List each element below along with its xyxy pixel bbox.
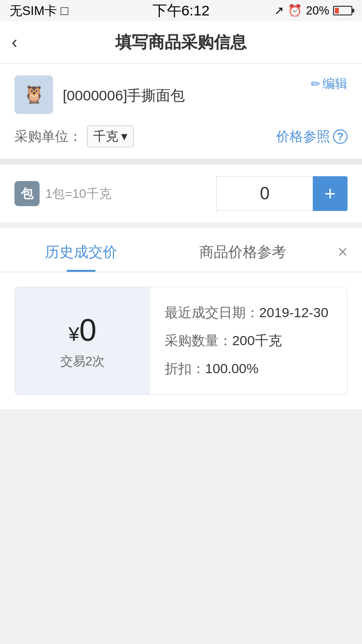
price-amount: ¥0 — [69, 312, 97, 348]
quantity-row: 包 1包=10千克 + — [0, 165, 362, 223]
price-card-right: 最近成交日期：2019-12-30 采购数量：200千克 折扣：100.00% — [150, 287, 347, 394]
purchase-qty-row: 采购数量：200千克 — [165, 331, 333, 351]
purchase-unit-label: 采购单位： — [14, 127, 82, 146]
nav-bar: ‹ 填写商品采购信息 — [0, 21, 362, 64]
unit-select-dropdown[interactable]: 千克 ▾ — [87, 126, 134, 147]
alarm-icon: ⏰ — [288, 4, 302, 17]
quantity-input-area: + — [216, 176, 348, 211]
plus-button[interactable]: + — [313, 176, 348, 211]
product-info: 🦉 [0000006]手撕面包 — [14, 75, 185, 114]
edit-button[interactable]: ✏ 编辑 — [311, 75, 348, 92]
purchase-qty-label: 采购数量： — [165, 333, 232, 348]
quantity-section: 包 1包=10千克 + — [0, 165, 362, 223]
status-bar: 无SIM卡 □ 下午6:12 ↗ ⏰ 20% — [0, 0, 362, 21]
location-icon: ↗ — [274, 4, 284, 17]
product-section: 🦉 [0000006]手撕面包 ✏ 编辑 采购单位： 千克 ▾ 价格参照 ? — [0, 64, 362, 159]
carrier-text: 无SIM卡 □ — [10, 2, 68, 19]
tabs-header: 历史成交价 商品价格参考 × — [0, 228, 362, 272]
product-header: 🦉 [0000006]手撕面包 ✏ 编辑 — [14, 75, 348, 114]
tab-product-price-ref[interactable]: 商品价格参考 — [162, 229, 323, 272]
tab-history-price-label: 历史成交价 — [45, 244, 117, 260]
bottom-area — [0, 409, 362, 644]
tab-product-price-ref-label: 商品价格参考 — [199, 244, 286, 260]
price-card: ¥0 交易2次 最近成交日期：2019-12-30 采购数量：200千克 折扣：… — [14, 287, 348, 395]
purchase-unit-row: 采购单位： 千克 ▾ 价格参照 ? — [14, 126, 348, 147]
quantity-label: 包 1包=10千克 — [14, 181, 111, 206]
price-ref-label: 价格参照 — [276, 127, 330, 146]
purchase-unit-left: 采购单位： 千克 ▾ — [14, 126, 134, 147]
unit-value: 千克 — [93, 128, 118, 145]
tabs-section: 历史成交价 商品价格参考 × ¥0 交易2次 最近成交日期：2019-12-30… — [0, 228, 362, 409]
transaction-count: 交易2次 — [60, 353, 105, 370]
edit-icon: ✏ — [311, 77, 320, 91]
unit-conversion-text: 1包=10千克 — [45, 185, 111, 202]
dropdown-arrow-icon: ▾ — [121, 129, 127, 144]
tab-history-price[interactable]: 历史成交价 — [0, 229, 162, 272]
edit-label: 编辑 — [322, 75, 348, 92]
product-name: [0000006]手撕面包 — [63, 84, 185, 106]
unit-badge: 包 — [14, 181, 40, 206]
price-cards: ¥0 交易2次 最近成交日期：2019-12-30 采购数量：200千克 折扣：… — [0, 272, 362, 409]
page-title: 填写商品采购信息 — [115, 31, 247, 54]
price-reference-button[interactable]: 价格参照 ? — [276, 127, 348, 146]
recent-date-label: 最近成交日期： — [165, 305, 259, 320]
status-indicators: ↗ ⏰ 20% — [274, 4, 352, 17]
currency-symbol: ¥ — [69, 323, 79, 345]
discount-label: 折扣： — [165, 361, 205, 376]
status-time: 下午6:12 — [153, 1, 209, 21]
price-card-left: ¥0 交易2次 — [15, 287, 150, 394]
battery-percent: 20% — [306, 4, 329, 17]
discount-row: 折扣：100.00% — [165, 359, 333, 379]
battery-icon — [333, 6, 352, 15]
purchase-qty-value: 200千克 — [232, 333, 282, 348]
quantity-input[interactable] — [216, 176, 313, 211]
discount-value: 100.00% — [205, 361, 259, 376]
recent-date-row: 最近成交日期：2019-12-30 — [165, 303, 333, 323]
price-value: 0 — [79, 313, 97, 348]
close-tab-button[interactable]: × — [323, 228, 362, 272]
product-thumbnail: 🦉 — [14, 75, 53, 114]
product-logo-icon: 🦉 — [23, 84, 45, 105]
back-button[interactable]: ‹ — [12, 32, 17, 53]
recent-date-value: 2019-12-30 — [259, 305, 328, 320]
section-divider — [0, 159, 362, 165]
help-icon: ? — [333, 129, 348, 144]
